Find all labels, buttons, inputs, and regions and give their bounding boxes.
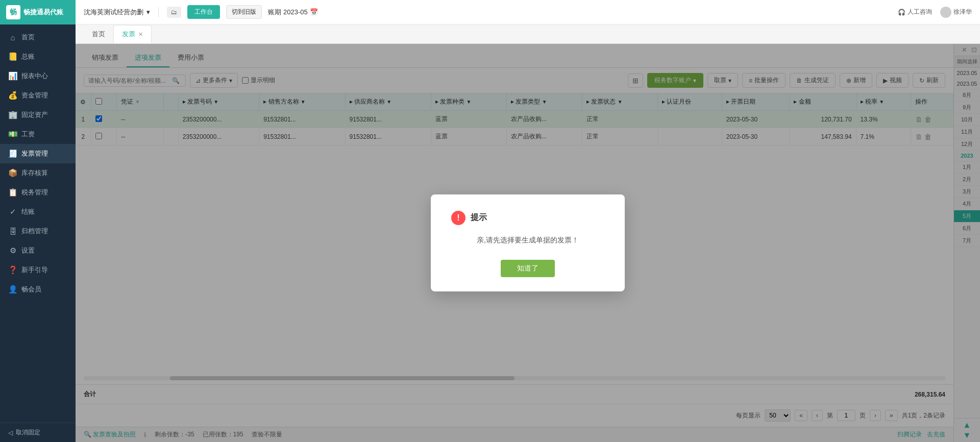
company-name: 沈海英测试经营勿删	[84, 8, 143, 17]
sidebar-item-funds[interactable]: 💰资金管理	[0, 86, 76, 105]
sidebar-item-inventory[interactable]: 📦库存核算	[0, 163, 76, 183]
app-title: 畅捷通易代账	[23, 8, 63, 17]
dialog: ! 提示 亲,请先选择要生成单据的发票！ 知道了	[431, 194, 625, 291]
pin-icon: ◁	[8, 429, 13, 436]
dialog-confirm-button[interactable]: 知道了	[501, 260, 555, 277]
sidebar-label-salary: 工资	[21, 130, 35, 139]
inventory-icon: 📦	[8, 168, 17, 178]
logo-icon: 畅	[6, 5, 20, 19]
sidebar-item-ledger[interactable]: 📒总账	[0, 47, 76, 66]
support-btn[interactable]: 🎧 人工咨询	[898, 8, 932, 16]
tab-home-label: 首页	[92, 30, 105, 39]
invoice-icon: 🧾	[8, 149, 17, 158]
workspace-button[interactable]: 工作台	[187, 5, 220, 19]
settings-icon: ⚙	[8, 246, 17, 255]
sidebar-label-assets: 固定资产	[21, 110, 48, 119]
sidebar-item-reports[interactable]: 📊报表中心	[0, 66, 76, 86]
warning-icon: !	[451, 211, 465, 225]
salary-icon: 💵	[8, 130, 17, 139]
reports-icon: 📊	[8, 71, 17, 81]
sidebar-label-settings: 设置	[21, 246, 35, 255]
sidebar-item-archive[interactable]: 🗄归档管理	[0, 222, 76, 241]
archive-button[interactable]: 🗂	[167, 7, 181, 18]
tax-icon: 📋	[8, 188, 17, 197]
main-area: 沈海英测试经营勿删 ▾ 🗂 工作台 切到旧版 账期 2023-05 📅 🎧 人工…	[76, 0, 980, 442]
sidebar-item-guide[interactable]: ❓新手引导	[0, 260, 76, 280]
dialog-message: 亲,请先选择要生成单据的发票！	[451, 234, 604, 245]
sidebar-item-tax[interactable]: 📋税务管理	[0, 183, 76, 202]
funds-icon: 💰	[8, 91, 17, 100]
period-value: 2023-05	[283, 8, 308, 16]
period-display: 账期 2023-05 📅	[268, 8, 318, 17]
user-avatar	[940, 7, 951, 18]
sidebar-label-funds: 资金管理	[21, 91, 48, 100]
ledger-icon: 📒	[8, 52, 17, 61]
company-selector[interactable]: 沈海英测试经营勿删 ▾	[84, 8, 150, 17]
sidebar-unpin[interactable]: ◁ 取消固定	[0, 423, 76, 442]
sidebar-item-settings[interactable]: ⚙设置	[0, 241, 76, 260]
sidebar-item-member[interactable]: 👤畅会员	[0, 280, 76, 299]
support-icon: 🎧	[898, 9, 905, 16]
modal-overlay: ! 提示 亲,请先选择要生成单据的发票！ 知道了	[76, 44, 980, 442]
content-area: 销项发票 进项发票 费用小票 🔍 ⊿ 更多条件 ▾	[76, 44, 980, 442]
user-menu[interactable]: 徐泽华	[940, 7, 972, 18]
tabbar: 首页 发票 ✕	[76, 24, 980, 44]
calendar-icon[interactable]: 📅	[310, 8, 318, 16]
sidebar-label-ledger: 总账	[21, 52, 35, 61]
sidebar-label-inventory: 库存核算	[21, 168, 48, 178]
sidebar-label-guide: 新手引导	[21, 265, 48, 275]
sidebar-item-salary[interactable]: 💵工资	[0, 125, 76, 144]
closing-icon: ✓	[8, 207, 17, 216]
period-label: 账期	[268, 8, 281, 17]
company-dropdown-icon: ▾	[146, 8, 150, 16]
dialog-title-row: ! 提示	[451, 211, 604, 225]
sidebar-label-reports: 报表中心	[21, 71, 48, 81]
tab-home[interactable]: 首页	[84, 26, 113, 43]
assets-icon: 🏢	[8, 110, 17, 119]
sidebar-label-member: 畅会员	[21, 285, 41, 294]
header: 沈海英测试经营勿删 ▾ 🗂 工作台 切到旧版 账期 2023-05 📅 🎧 人工…	[76, 0, 980, 24]
sidebar-label-archive: 归档管理	[21, 227, 48, 236]
sidebar-item-closing[interactable]: ✓结账	[0, 202, 76, 222]
home-icon: ⌂	[8, 33, 17, 42]
sidebar-nav: ⌂首页📒总账📊报表中心💰资金管理🏢固定资产💵工资🧾发票管理📦库存核算📋税务管理✓…	[0, 24, 76, 423]
tab-close-icon[interactable]: ✕	[138, 31, 143, 38]
tab-invoice-label: 发票	[122, 30, 135, 39]
archive-icon: 🗄	[8, 227, 17, 236]
header-right: 🎧 人工咨询 徐泽华	[898, 7, 972, 18]
sidebar-label-home: 首页	[21, 33, 35, 42]
sidebar-item-home[interactable]: ⌂首页	[0, 28, 76, 47]
guide-icon: ❓	[8, 265, 17, 275]
dialog-footer: 知道了	[451, 260, 604, 277]
app-logo: 畅 畅捷通易代账	[0, 0, 76, 24]
sidebar-label-tax: 税务管理	[21, 188, 48, 197]
sidebar: 畅 畅捷通易代账 ⌂首页📒总账📊报表中心💰资金管理🏢固定资产💵工资🧾发票管理📦库…	[0, 0, 76, 442]
sidebar-label-invoice: 发票管理	[21, 149, 48, 158]
sidebar-item-invoice[interactable]: 🧾发票管理	[0, 144, 76, 163]
member-icon: 👤	[8, 285, 17, 294]
sidebar-label-closing: 结账	[21, 207, 35, 216]
tab-invoice[interactable]: 发票 ✕	[113, 25, 152, 43]
sidebar-item-assets[interactable]: 🏢固定资产	[0, 105, 76, 125]
header-divider	[158, 7, 159, 17]
switch-version-button[interactable]: 切到旧版	[226, 5, 262, 19]
dialog-title: 提示	[471, 212, 487, 223]
